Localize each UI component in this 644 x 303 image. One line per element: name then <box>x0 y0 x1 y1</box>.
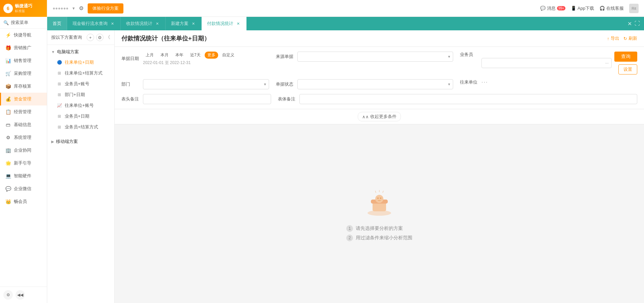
sidebar-item-purchase[interactable]: 🛒 采购管理 <box>0 67 47 80</box>
scheme-sidebar-actions: + ⚙ 《 <box>87 34 110 41</box>
tabs-controls: ✕ ⛶ <box>623 21 644 27</box>
dept-select[interactable]: ▾ <box>143 79 269 89</box>
scheme-section-pc-header[interactable]: ▼ 电脑端方案 <box>47 47 114 57</box>
topbar-settings-icon[interactable]: ⚙ <box>79 5 84 11</box>
page-header-actions: ↑ 导出 ↻ 刷新 <box>607 35 638 41</box>
sidebar-item-operation[interactable]: 📋 经营管理 <box>0 105 47 118</box>
wechat-icon: 💬 <box>5 186 11 192</box>
sidebar-item-guide[interactable]: 🌟 新手引导 <box>0 157 47 170</box>
header-note-input[interactable] <box>143 94 271 104</box>
main-area: ●●●●●● ▾ ⚙ 体验行业方案 💬 消息 99+ 📱 App下载 🎧 在线客… <box>47 0 644 303</box>
sidebar-item-system[interactable]: ⚙ 系统管理 <box>0 131 47 144</box>
app-download-action[interactable]: 📱 App下载 <box>571 5 594 11</box>
collapse-conditions-btn[interactable]: ∧∧ 收起更多条件 <box>358 112 401 121</box>
doc-status-select[interactable]: ▾ <box>297 79 453 89</box>
trial-btn[interactable]: 体验行业方案 <box>88 3 123 13</box>
close-tab-btn[interactable]: ✕ <box>627 21 632 27</box>
tab-bank-flow-close[interactable]: ✕ <box>110 21 115 26</box>
expand-tab-btn[interactable]: ⛶ <box>635 21 640 27</box>
sidebar-item-marketing[interactable]: 🎁 营销推广 <box>0 41 47 54</box>
date-more[interactable]: 更多 <box>205 52 218 59</box>
tab-receipt-stats-close[interactable]: ✕ <box>154 21 160 26</box>
hint-num-1: 1 <box>346 225 353 232</box>
tab-receipt-stats-label: 收款情况统计 <box>126 21 152 27</box>
system-icon: ⚙ <box>5 134 11 141</box>
refresh-btn[interactable]: ↻ 刷新 <box>623 35 637 41</box>
scheme-item-unit-settle[interactable]: ⊞ 往来单位+结算方式 <box>47 68 114 79</box>
export-btn[interactable]: ↑ 导出 <box>607 35 620 41</box>
tab-new-scheme[interactable]: 新建方案 ✕ <box>166 17 202 30</box>
hint-num-2: 2 <box>346 235 353 241</box>
staff-select[interactable]: ··· <box>481 58 612 68</box>
scheme-section-mobile-header[interactable]: ▶ 移动端方案 <box>47 137 114 147</box>
sidebar-item-hardware[interactable]: 💻 智能硬件 <box>0 170 47 182</box>
scheme-item-label: 业务员+结算方式 <box>65 124 98 130</box>
date-7days[interactable]: 近7天 <box>187 52 203 59</box>
brand-text: ●●●●●● <box>53 6 68 11</box>
hint-text-1: 请先选择要分析的方案 <box>356 225 403 232</box>
scheme-item-unit-account[interactable]: 📈 往来单位+账号 <box>47 100 114 111</box>
scheme-item-unit-date[interactable]: 🔵 往来单位+日期 <box>47 57 114 68</box>
tab-receipt-stats[interactable]: 收款情况统计 ✕ <box>121 17 166 30</box>
query-btn[interactable]: 查询 <box>614 52 637 62</box>
scheme-item-staff-account[interactable]: ⊞ 业务员+账号 <box>47 79 114 89</box>
sidebar-item-label: 销售管理 <box>14 58 31 64</box>
date-last-month[interactable]: 上月 <box>143 52 156 59</box>
sidebar-item-inventory[interactable]: 📦 库存核算 <box>0 80 47 93</box>
sidebar-item-finance[interactable]: 💰 资金管理 <box>0 93 47 105</box>
tab-bank-flow[interactable]: 现金银行流水查询 ✕ <box>67 17 121 30</box>
sales-icon: 📊 <box>5 58 11 64</box>
scheme-item-dept-date[interactable]: ⊞ 部门+日期 <box>47 89 114 100</box>
sidebar-item-label: 库存核算 <box>14 83 31 89</box>
collapse-sidebar-btn[interactable]: ◀◀ <box>16 290 25 300</box>
tab-home-label: 首页 <box>53 21 61 27</box>
sidebar-header: 6 畅捷通巧 标准版 <box>0 0 47 17</box>
sidebar-item-shortcut[interactable]: ⚡ 快捷导航 <box>0 29 47 41</box>
scheme-collapse-btn[interactable]: 《 <box>106 34 110 40</box>
tab-payment-stats[interactable]: 付款情况统计 ✕ <box>202 17 246 30</box>
date-label: 单据日期 <box>121 56 140 62</box>
scheme-item-label: 业务员+日期 <box>65 113 89 119</box>
filter-body-note: 表体备注 <box>278 94 637 104</box>
hardware-icon: 💻 <box>5 173 11 179</box>
app-download-label: App下载 <box>578 5 594 11</box>
scheme-sidebar-title: 按以下方案查询 <box>51 34 82 40</box>
topbar-arrow[interactable]: ▾ <box>72 6 75 11</box>
sidebar-item-sales[interactable]: 📊 销售管理 <box>0 54 47 67</box>
staff-label: 业务员 <box>460 52 479 58</box>
scheme-settings-btn[interactable]: ⚙ <box>96 34 104 41</box>
date-this-year[interactable]: 本年 <box>173 52 186 59</box>
page-title: 付款情况统计（往来单位+日期） <box>121 34 210 42</box>
sidebar-item-label: 基础信息 <box>14 122 31 128</box>
app-icon: 📱 <box>571 6 576 11</box>
tab-payment-stats-label: 付款情况统计 <box>207 21 233 27</box>
date-this-month[interactable]: 本月 <box>158 52 171 59</box>
settings-bottom-btn[interactable]: ⚙ <box>3 290 13 300</box>
scheme-item-staff-settle[interactable]: ⊞ 业务员+结算方式 <box>47 122 114 132</box>
filter-settings-btn[interactable]: 设置 <box>618 64 637 74</box>
filter-dept: 部门 ▾ <box>121 79 269 89</box>
add-scheme-btn[interactable]: + <box>87 34 94 41</box>
sidebar-item-member[interactable]: 👑 畅会员 <box>0 195 47 208</box>
source-select[interactable]: ▾ <box>297 52 453 62</box>
tab-new-scheme-close[interactable]: ✕ <box>191 21 196 26</box>
sidebar-search[interactable]: 🔍 搜索菜单 <box>0 17 47 29</box>
body-note-input[interactable] <box>299 94 637 104</box>
content-area: 按以下方案查询 + ⚙ 《 ▼ 电脑端方案 🔵 往来单位+日期 ⊞ <box>47 30 644 303</box>
scheme-section-mobile-label: 移动端方案 <box>56 139 78 145</box>
online-service-action[interactable]: 🎧 在线客服 <box>599 5 624 11</box>
tab-home[interactable]: 首页 <box>47 17 67 30</box>
svg-point-5 <box>380 198 381 199</box>
tab-payment-stats-close[interactable]: ✕ <box>235 21 241 26</box>
scheme-item-active-icon: 🔵 <box>57 60 62 65</box>
message-action[interactable]: 💬 消息 99+ <box>540 5 565 11</box>
sidebar-item-basic[interactable]: 🗃 基础信息 <box>0 118 47 131</box>
sidebar-item-enterprise[interactable]: 🏢 企业协同 <box>0 144 47 157</box>
app-name: 畅捷通巧 <box>15 3 32 9</box>
sidebar-item-label: 智能硬件 <box>14 173 31 179</box>
user-avatar[interactable]: Rit <box>629 4 639 13</box>
finance-icon: 💰 <box>5 96 11 102</box>
sidebar-item-wechat[interactable]: 💬 企业微信 <box>0 182 47 195</box>
date-custom[interactable]: 自定义 <box>219 52 237 59</box>
scheme-item-staff-date[interactable]: ⊞ 业务员+日期 <box>47 111 114 122</box>
